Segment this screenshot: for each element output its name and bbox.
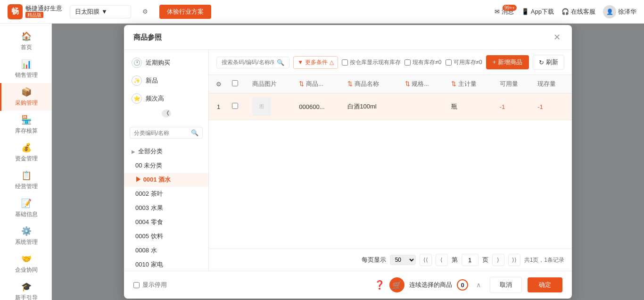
- display-disabled-checkbox[interactable]: 显示停用: [133, 281, 167, 289]
- messages-nav-item[interactable]: ✉ 消息 99++: [495, 8, 514, 16]
- available-column-header[interactable]: 可用量: [496, 75, 534, 93]
- row-checkbox-cell[interactable]: [228, 93, 248, 120]
- stock-not-zero-checkbox[interactable]: 现有库存≠0: [405, 58, 441, 67]
- fold-icon[interactable]: ∧: [473, 279, 484, 291]
- logo-sub: 精品版: [25, 12, 62, 18]
- sidebar-item-sales[interactable]: 📊 销售管理: [0, 55, 51, 83]
- first-page-button[interactable]: ⟨⟨: [420, 254, 432, 266]
- disabled-checkbox-input[interactable]: [133, 282, 140, 288]
- cart-text: 连续选择的商品: [409, 281, 452, 289]
- left-panel: 🕐 近期购买 ✨ 新品 ⭐ 频次高 《: [124, 50, 209, 271]
- code-column-header[interactable]: ⇅ 商品...: [295, 75, 344, 93]
- warehouse-display-checkbox[interactable]: 按仓库显示现有库存: [342, 58, 401, 67]
- filter-arrow-icon: △: [330, 59, 334, 66]
- next-page-button[interactable]: ⟩: [492, 254, 504, 266]
- online-service-label: 在线客服: [571, 8, 595, 16]
- category-search-box[interactable]: 🔍: [130, 127, 203, 139]
- sidebar-item-basic[interactable]: 📝 基础信息: [0, 194, 51, 222]
- sidebar-label-inventory: 库存核算: [15, 127, 38, 135]
- category-drink[interactable]: 0005 饮料: [124, 229, 208, 243]
- category-uncategorized[interactable]: 00 未分类: [124, 158, 208, 173]
- available-checkbox-input[interactable]: [446, 59, 452, 66]
- search-icon[interactable]: 🔍: [191, 129, 198, 136]
- row-image-cell: 图: [248, 93, 296, 120]
- category-active-arrow: ▶: [135, 176, 143, 183]
- filter-label: 更多条件: [305, 58, 328, 67]
- cart-icon[interactable]: 🛒: [389, 277, 405, 292]
- page-input[interactable]: [462, 254, 479, 266]
- checkbox-column-header[interactable]: [228, 75, 248, 93]
- category-liquor[interactable]: ▶ 0001 酒水: [124, 173, 208, 187]
- category-water[interactable]: 0008 水: [124, 243, 208, 258]
- category-appliance[interactable]: 0010 家电: [124, 258, 208, 271]
- row-available-cell: -1: [496, 93, 534, 120]
- table-row[interactable]: 1 图 000600... 白酒100ml 瓶: [209, 93, 572, 120]
- row-index: 1: [209, 93, 228, 120]
- store-name: 日太阳膜: [75, 8, 99, 16]
- category-tea[interactable]: 0002 茶叶: [124, 187, 208, 201]
- trial-button[interactable]: 体验行业方案: [159, 5, 211, 19]
- quick-filter-frequent[interactable]: ⭐ 频次高: [124, 90, 208, 108]
- user-name: 徐泽华: [618, 8, 636, 16]
- help-icon[interactable]: ❓: [374, 280, 385, 290]
- sidebar-item-home[interactable]: 🏠 首页: [0, 27, 51, 55]
- quick-filter-recent[interactable]: 🕐 近期购买: [124, 54, 208, 72]
- sidebar-item-system[interactable]: ⚙️ 系统管理: [0, 222, 51, 250]
- unit-column-header[interactable]: ⇅ 主计量: [447, 75, 495, 93]
- inventory-icon: 🏪: [21, 115, 32, 125]
- new-icon: ✨: [132, 75, 142, 86]
- row-checkbox[interactable]: [232, 103, 238, 109]
- user-nav-item[interactable]: 👤 徐泽华: [603, 5, 636, 18]
- product-search-input[interactable]: [222, 59, 274, 66]
- warehouse-label: 按仓库显示现有库存: [350, 58, 401, 67]
- per-page-select[interactable]: 50 100 200: [390, 255, 416, 265]
- product-search-box[interactable]: 🔍: [216, 57, 289, 68]
- modal-body: 🕐 近期购买 ✨ 新品 ⭐ 频次高 《: [124, 50, 572, 271]
- prev-page-button[interactable]: ⟨: [436, 254, 448, 266]
- select-all-checkbox[interactable]: [232, 80, 238, 86]
- sidebar-label-basic: 基础信息: [15, 210, 38, 218]
- cancel-button[interactable]: 取消: [490, 277, 522, 293]
- headset-icon: 🎧: [561, 8, 569, 15]
- available-not-zero-checkbox[interactable]: 可用库存≠0: [446, 58, 482, 67]
- category-search-input[interactable]: [134, 130, 189, 136]
- new-product-button[interactable]: + 新增商品: [486, 55, 529, 69]
- quick-filter-new[interactable]: ✨ 新品: [124, 72, 208, 90]
- collapse-button[interactable]: 《: [162, 109, 171, 117]
- category-fruit[interactable]: 0003 水果: [124, 201, 208, 215]
- app-download-nav-item[interactable]: 📱 App下载: [521, 8, 554, 16]
- sidebar-label-home: 首页: [21, 43, 32, 51]
- logo-icon: 畅: [8, 4, 23, 19]
- sidebar-item-operations[interactable]: 📋 经营管理: [0, 167, 51, 194]
- category-snack[interactable]: 0004 零食: [124, 215, 208, 229]
- modal-title: 商品参照: [133, 33, 162, 42]
- last-page-button[interactable]: ⟩⟩: [508, 254, 520, 266]
- cart-count: 0: [457, 279, 468, 291]
- refresh-button[interactable]: ↻ 刷新: [533, 55, 564, 70]
- search-icon[interactable]: 🔍: [277, 59, 284, 66]
- system-icon: ⚙️: [21, 226, 32, 236]
- phone-icon: 📱: [521, 8, 529, 15]
- nav-right: ✉ 消息 99++ 📱 App下载 🎧 在线客服 👤 徐泽华: [495, 5, 636, 18]
- row-unit-cell: 瓶: [447, 93, 495, 120]
- more-filter-button[interactable]: ▼ 更多条件 △: [293, 56, 338, 69]
- settings-column-header[interactable]: ⚙: [209, 75, 228, 93]
- sidebar-item-inventory[interactable]: 🏪 库存核算: [0, 111, 51, 139]
- chevron-down-icon: ▼: [101, 8, 107, 15]
- sort-icon-spec: ⇅: [405, 80, 410, 87]
- sidebar-item-finance[interactable]: 💰 资金管理: [0, 139, 51, 167]
- close-icon[interactable]: ✕: [551, 32, 562, 43]
- sidebar-item-guide[interactable]: 🎓 新手引导: [0, 278, 51, 300]
- warehouse-checkbox-input[interactable]: [342, 59, 348, 66]
- spec-column-header[interactable]: ⇅ 规格...: [401, 75, 448, 93]
- category-all[interactable]: ▶ 全部分类: [124, 144, 208, 158]
- sidebar-item-enterprise[interactable]: 🤝 企业协同: [0, 250, 51, 278]
- sidebar-item-purchase[interactable]: 📦 采购管理: [0, 83, 51, 111]
- online-service-nav-item[interactable]: 🎧 在线客服: [561, 8, 595, 16]
- stock-checkbox-input[interactable]: [405, 59, 411, 66]
- name-column-header[interactable]: ⇅ 商品名称: [344, 75, 401, 93]
- store-selector[interactable]: 日太阳膜 ▼: [70, 5, 131, 18]
- settings-icon[interactable]: ⚙: [137, 3, 154, 20]
- app-download-label: App下载: [531, 8, 554, 16]
- confirm-button[interactable]: 确定: [528, 277, 562, 292]
